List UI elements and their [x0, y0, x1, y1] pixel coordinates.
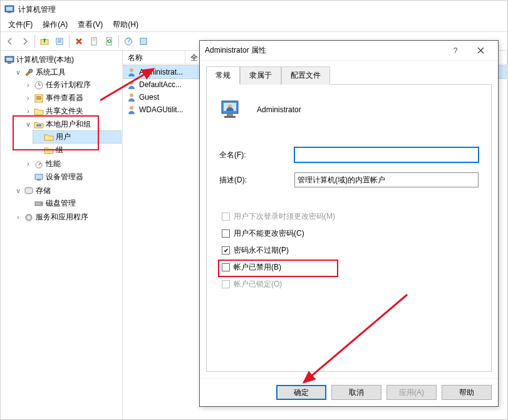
description-input[interactable]: [294, 172, 479, 187]
help-button[interactable]: 帮助: [442, 385, 492, 400]
folder-icon: [44, 145, 54, 155]
tree-disk-management[interactable]: 磁盘管理: [23, 197, 121, 209]
full-name-label: 全名(F):: [219, 150, 294, 160]
tree-label: 服务和应用程序: [36, 212, 88, 223]
svg-point-32: [130, 68, 133, 72]
tree-label: 任务计划程序: [46, 80, 91, 90]
tab-strip: 常规 隶属于 配置文件: [200, 61, 498, 84]
identity-row: Administrator: [219, 97, 479, 122]
ok-button[interactable]: 确定: [276, 385, 326, 400]
svg-point-17: [29, 69, 33, 73]
col-name[interactable]: 名称: [123, 51, 185, 64]
device-icon: [34, 172, 44, 182]
tree-label: 事件查看器: [46, 93, 83, 103]
separator: [118, 35, 119, 48]
computer-icon: [4, 55, 14, 65]
extra-button[interactable]: [137, 34, 150, 48]
tree-device-manager[interactable]: 设备管理器: [23, 171, 121, 183]
help-button[interactable]: ?: [443, 42, 468, 60]
dialog-titlebar[interactable]: Administrator 属性 ?: [200, 41, 498, 61]
up-button[interactable]: [38, 34, 51, 48]
perf-icon: [34, 159, 44, 169]
tree-groups[interactable]: 组: [33, 144, 121, 156]
expand-icon[interactable]: v: [24, 121, 32, 128]
svg-rect-8: [93, 39, 95, 39]
full-name-input[interactable]: [294, 147, 479, 162]
tree-storage[interactable]: v存储: [13, 185, 121, 197]
menu-view[interactable]: 查看(V): [73, 18, 108, 31]
checkbox-icon[interactable]: [222, 246, 230, 255]
checkbox-label: 帐户已禁用(B): [234, 262, 281, 273]
gear-icon: [24, 213, 34, 223]
tree-pane[interactable]: 计算机管理(本地) v 系统工具 ›任务计划程序 ›事件查看器: [1, 51, 123, 419]
menu-file[interactable]: 文件(F): [3, 18, 38, 31]
forward-button[interactable]: [18, 34, 32, 48]
tab-member-of[interactable]: 隶属于: [240, 66, 281, 85]
tree-label: 性能: [46, 159, 61, 169]
expand-icon[interactable]: ›: [24, 81, 32, 88]
tab-general[interactable]: 常规: [206, 66, 240, 85]
clock-icon: [34, 80, 44, 90]
apply-button[interactable]: 应用(A): [386, 385, 437, 400]
close-button[interactable]: [468, 42, 493, 60]
help-button[interactable]: ?: [122, 34, 135, 48]
separator: [34, 35, 35, 48]
tree-services-apps[interactable]: ›服务和应用程序: [13, 211, 121, 223]
cancel-button[interactable]: 取消: [331, 385, 381, 400]
checkbox-icon[interactable]: [222, 229, 230, 238]
page-button[interactable]: [87, 34, 101, 48]
checkbox-never-expires[interactable]: 密码永不过期(P): [219, 245, 479, 256]
tree-label: 共享文件夹: [46, 106, 83, 117]
checkbox-label: 用户不能更改密码(C): [234, 228, 304, 239]
tree-task-scheduler[interactable]: ›任务计划程序: [23, 79, 121, 91]
svg-text:?: ?: [127, 37, 131, 45]
expand-icon[interactable]: ›: [24, 160, 32, 167]
svg-point-33: [130, 81, 133, 85]
app-icon: [4, 4, 14, 14]
expand-icon[interactable]: ›: [24, 108, 32, 115]
dialog-title: Administrator 属性: [205, 45, 443, 56]
checkbox-account-disabled[interactable]: 帐户已禁用(B): [219, 262, 479, 273]
disk-icon: [34, 199, 44, 209]
user-icon: [127, 67, 137, 77]
svg-point-31: [28, 216, 30, 219]
menu-help[interactable]: 帮助(H): [108, 18, 143, 31]
svg-rect-6: [58, 41, 61, 43]
svg-rect-9: [93, 40, 95, 41]
expand-icon[interactable]: ›: [14, 214, 22, 221]
checkbox-cannot-change[interactable]: 用户不能更改密码(C): [219, 228, 479, 239]
svg-rect-40: [227, 113, 233, 116]
tab-profile[interactable]: 配置文件: [281, 66, 330, 85]
tree-event-viewer[interactable]: ›事件查看器: [23, 92, 121, 104]
menubar: 文件(F) 操作(A) 查看(V) 帮助(H): [1, 18, 507, 32]
menu-action[interactable]: 操作(A): [38, 18, 73, 31]
tree-local-users[interactable]: v本地用户和组: [23, 118, 121, 130]
checkbox-icon[interactable]: [222, 263, 230, 271]
svg-rect-5: [58, 39, 61, 41]
event-icon: [34, 93, 44, 103]
back-button[interactable]: [3, 34, 17, 48]
svg-rect-41: [224, 116, 236, 118]
user-icon: [127, 80, 137, 90]
tree-shared-folders[interactable]: ›共享文件夹: [23, 105, 121, 117]
svg-point-29: [41, 203, 42, 204]
svg-rect-25: [35, 174, 43, 179]
tree-system-tools[interactable]: v 系统工具: [13, 66, 121, 78]
full-name-row: 全名(F):: [219, 147, 479, 162]
delete-button[interactable]: [72, 34, 86, 48]
dialog-buttons: 确定 取消 应用(A) 帮助: [200, 378, 498, 406]
tree-root[interactable]: 计算机管理(本地): [3, 54, 121, 66]
refresh-button[interactable]: [102, 34, 116, 48]
list-item-label: WDAGUtilit...: [139, 105, 184, 114]
user-avatar-icon: [219, 97, 244, 122]
description-row: 描述(D):: [219, 172, 479, 187]
tree-label: 磁盘管理: [46, 198, 76, 209]
tree-label: 系统工具: [36, 67, 66, 78]
properties-button[interactable]: [53, 34, 66, 48]
user-icon: [127, 105, 137, 115]
expand-icon[interactable]: v: [14, 69, 22, 76]
tree-performance[interactable]: ›性能: [23, 158, 121, 170]
expand-icon[interactable]: v: [14, 187, 22, 194]
tree-users[interactable]: 用户: [33, 131, 121, 143]
expand-icon[interactable]: ›: [24, 95, 32, 102]
